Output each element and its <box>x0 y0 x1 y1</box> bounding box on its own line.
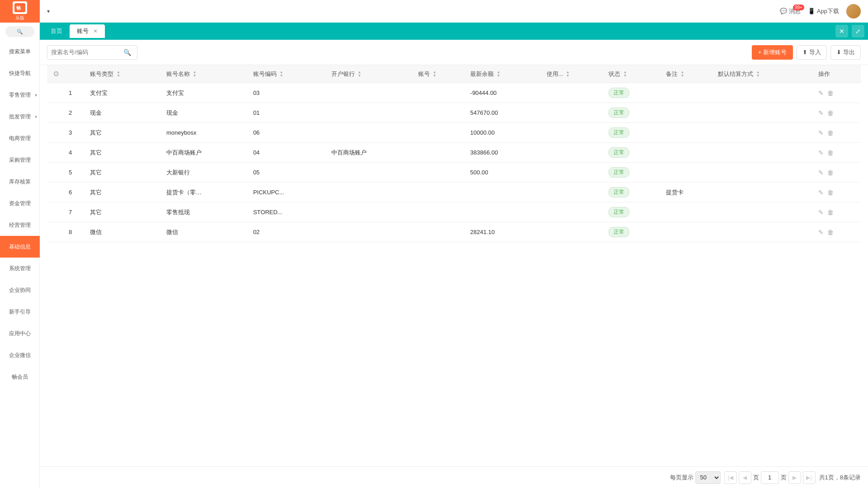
sidebar-item-enterprise-wechat[interactable]: 企业微信 <box>0 344 40 366</box>
page-size-dropdown[interactable]: 50 100 200 <box>695 471 721 484</box>
th-default-payment[interactable]: 默认结算方式 ▲▼ <box>714 65 815 83</box>
delete-icon[interactable]: 🗑 <box>827 129 834 136</box>
sidebar-item-vip-member[interactable]: 畅会员 <box>0 366 40 388</box>
row-settings <box>47 202 65 222</box>
delete-icon[interactable]: 🗑 <box>827 149 834 156</box>
pagination: 每页显示 50 100 200 |◀ ◀ 页 页 ▶ ▶| 共1页，8条记录 <box>40 466 868 488</box>
search-input[interactable] <box>51 49 123 56</box>
sidebar-item-fund-mgmt[interactable]: 资金管理 <box>0 192 40 214</box>
sidebar-item-enterprise-agreement[interactable]: 企业协同 <box>0 279 40 301</box>
edit-icon[interactable]: ✎ <box>818 149 824 156</box>
row-usage <box>543 143 605 163</box>
sidebar-item-ecommerce-mgmt[interactable]: 电商管理 <box>0 127 40 149</box>
tabbar: 首页 账号 ✕ ✕ ⤢ <box>40 23 868 40</box>
sort-icon: ▲▼ <box>117 70 120 78</box>
sidebar-item-purchase-mgmt[interactable]: 采购管理 <box>0 149 40 171</box>
app-logo: 畅 乐版 <box>0 0 40 23</box>
logo-icon: 畅 <box>13 1 27 14</box>
table-row: 7 其它 零售抵现 STORED... 正常 ✎ 🗑 <box>47 202 861 222</box>
row-remark <box>662 222 714 242</box>
row-status: 正常 <box>605 103 662 123</box>
last-page-button[interactable]: ▶| <box>803 471 816 484</box>
row-status: 正常 <box>605 143 662 163</box>
row-bank <box>328 183 415 202</box>
export-button[interactable]: ⬇ 导出 <box>830 45 861 60</box>
topbar-left: ▾ <box>47 8 50 14</box>
sidebar-item-retail-mgmt[interactable]: 零售管理 ▾ <box>0 84 40 106</box>
th-balance[interactable]: 最新余额 ▲▼ <box>467 65 543 83</box>
message-icon: 💬 <box>780 8 787 14</box>
next-page-button[interactable]: ▶ <box>788 471 801 484</box>
sidebar-item-ops-mgmt[interactable]: 经营管理 <box>0 214 40 236</box>
row-account <box>415 83 467 103</box>
tab-expand-button[interactable]: ⤢ <box>852 25 864 38</box>
th-remark[interactable]: 备注 ▲▼ <box>662 65 714 83</box>
tab-close-all-button[interactable]: ✕ <box>835 25 848 38</box>
row-settings <box>47 83 65 103</box>
sidebar-item-newbie-guide[interactable]: 新手引导 <box>0 301 40 323</box>
row-bank <box>328 202 415 222</box>
avatar[interactable] <box>846 4 861 19</box>
table-row: 6 其它 提货卡（零… PICKUPC... 正常 提货卡 ✎ 🗑 <box>47 183 861 202</box>
sort-icon: ▲▼ <box>623 70 627 78</box>
sidebar-item-basic-info[interactable]: 基础信息 <box>0 236 40 258</box>
page-number-input[interactable] <box>761 471 779 484</box>
table-row: 3 其它 moneybosx 06 10000.00 正常 ✎ 🗑 <box>47 123 861 143</box>
edit-icon[interactable]: ✎ <box>818 189 824 196</box>
row-usage <box>543 83 605 103</box>
app-download-button[interactable]: 📱 App下载 <box>808 7 839 15</box>
tab-close-icon[interactable]: ✕ <box>93 28 98 34</box>
toolbar-right: + 新增账号 ⬆ 导入 ⬇ 导出 <box>752 45 861 60</box>
row-usage <box>543 183 605 202</box>
message-button[interactable]: 💬 消息 99+ <box>780 7 801 15</box>
sidebar-item-app-center[interactable]: 应用中心 <box>0 323 40 344</box>
prev-page-button[interactable]: ◀ <box>739 471 751 484</box>
add-account-button[interactable]: + 新增账号 <box>752 45 793 60</box>
edit-icon[interactable]: ✎ <box>818 229 824 236</box>
row-usage <box>543 103 605 123</box>
delete-icon[interactable]: 🗑 <box>827 169 834 176</box>
edit-icon[interactable]: ✎ <box>818 209 824 216</box>
row-code: 05 <box>250 163 328 183</box>
th-bank[interactable]: 开户银行 ▲▼ <box>328 65 415 83</box>
dropdown-icon[interactable]: ▾ <box>47 8 50 14</box>
tab-home[interactable]: 首页 <box>43 24 70 38</box>
sidebar-item-system-mgmt[interactable]: 系统管理 <box>0 258 40 279</box>
th-usage[interactable]: 使用... ▲▼ <box>543 65 605 83</box>
delete-icon[interactable]: 🗑 <box>827 229 834 236</box>
sidebar-item-wholesale-mgmt[interactable]: 批发管理 ▾ <box>0 106 40 127</box>
th-status[interactable]: 状态 ▲▼ <box>605 65 662 83</box>
toolbar-left: 🔍 <box>47 45 137 60</box>
th-type[interactable]: 账号类型 ▲▼ <box>86 65 163 83</box>
row-default-payment <box>714 202 815 222</box>
row-num: 1 <box>65 83 86 103</box>
edit-icon[interactable]: ✎ <box>818 129 824 136</box>
sidebar-item-inventory-calc[interactable]: 库存核算 <box>0 171 40 192</box>
row-settings <box>47 222 65 242</box>
th-num <box>65 65 86 83</box>
delete-icon[interactable]: 🗑 <box>827 109 834 117</box>
th-settings: ⚙ <box>47 65 65 83</box>
th-code[interactable]: 账号编码 ▲▼ <box>250 65 328 83</box>
row-account <box>415 222 467 242</box>
edit-icon[interactable]: ✎ <box>818 89 824 97</box>
delete-icon[interactable]: 🗑 <box>827 89 834 97</box>
sidebar-item-quick-nav[interactable]: 快捷导航 <box>0 62 40 84</box>
sidebar-item-search-menu[interactable]: 搜索菜单 <box>0 41 40 62</box>
edit-icon[interactable]: ✎ <box>818 169 824 176</box>
edit-icon[interactable]: ✎ <box>818 109 824 117</box>
tab-account[interactable]: 账号 ✕ <box>70 24 105 38</box>
first-page-button[interactable]: |◀ <box>724 471 737 484</box>
row-type: 其它 <box>86 163 163 183</box>
table-wrap: ⚙ 账号类型 ▲▼ 账号名称 ▲▼ 账号编码 ▲▼ <box>40 65 868 466</box>
delete-icon[interactable]: 🗑 <box>827 189 834 196</box>
delete-icon[interactable]: 🗑 <box>827 209 834 216</box>
row-settings <box>47 163 65 183</box>
search-input-wrap[interactable]: 🔍 <box>47 45 137 60</box>
table-settings-icon[interactable]: ⚙ <box>53 70 59 78</box>
sort-icon: ▲▼ <box>433 70 436 78</box>
import-button[interactable]: ⬆ 导入 <box>797 45 827 60</box>
th-name[interactable]: 账号名称 ▲▼ <box>163 65 250 83</box>
th-account[interactable]: 账号 ▲▼ <box>415 65 467 83</box>
sidebar-search[interactable]: 🔍 <box>5 26 34 37</box>
